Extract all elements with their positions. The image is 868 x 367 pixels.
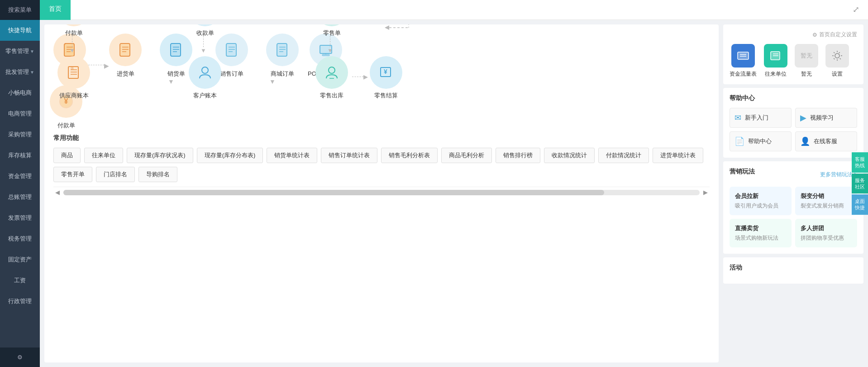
gear-icon: ⚙ [17,354,23,361]
svg-text:¥: ¥ [384,68,387,75]
cf-button[interactable]: 门店排名 [96,167,135,182]
customize-link[interactable]: ⚙ 首页自定义设置 [812,31,857,39]
pnode-supplier-account[interactable]: 供 供应商账本 [53,56,94,100]
topbar-right: ⤢ [853,5,868,15]
help-item-3[interactable]: 👤在线客服 [795,131,857,151]
cf-button[interactable]: 销售订单统计表 [321,148,377,163]
sidebar-item-wholesale[interactable]: 批发管理 ▼ [0,62,40,82]
activities-title: 活动 [730,264,857,272]
cf-button[interactable]: 付款情况统计 [598,148,649,163]
shortcut-item-1[interactable]: 往来单位 [764,44,787,78]
marketing-item-2[interactable]: 直播卖货场景式购物新玩法 [730,219,792,247]
svg-rect-77 [738,52,749,59]
tab-home[interactable]: 首页 [40,0,71,20]
help-icon-0: ✉ [734,113,741,123]
cf-button[interactable]: 收款情况统计 [544,148,595,163]
sidebar-item-salary[interactable]: 工资 [0,270,40,291]
scrollbar: ◀ ▶ [53,187,710,198]
cf-button[interactable]: 商品毛利分析 [441,148,492,163]
help-label-0: 新手入门 [745,114,768,122]
scroll-left-arrow[interactable]: ◀ [53,189,62,196]
sidebar-settings[interactable]: ⚙ [0,348,40,367]
shortcut-item-3[interactable]: 设置 [825,44,849,78]
shortcut-icon-2: 暂无 [795,44,818,68]
shortcuts-header: ⚙ 首页自定义设置 [730,31,857,39]
scroll-right-arrow[interactable]: ▶ [701,189,710,196]
marketing-item-3[interactable]: 多人拼团拼团购物享受优惠 [795,219,857,247]
cf-button[interactable]: 进货单统计表 [653,148,703,163]
marketing-item-title-3: 多人拼团 [801,224,852,232]
float-buttons: 客服热线 服务社区 桌面快捷 [852,152,868,215]
activities-section: 活动 [723,257,863,284]
sidebar-item-ecommerce[interactable]: 电商管理 [0,103,40,124]
sidebar-item-retail[interactable]: 零售管理 ▼ [0,41,40,62]
sidebar-item-invoice[interactable]: 发票管理 [0,208,40,228]
shortcut-icon-3 [825,44,849,68]
marketing-item-desc-3: 拼团购物享受优惠 [801,234,852,242]
marketing-section: 营销玩法 更多营销玩法 > 会员拉新吸引用户成为会员裂变分销裂变式发展分销商直播… [723,161,863,254]
topbar: 首页 ⤢ [40,0,868,20]
pnode-retail-settlement[interactable]: ¥ 零售结算 [366,56,406,100]
expand-icon[interactable]: ⤢ [853,5,863,15]
cf-button[interactable]: 销货单统计表 [267,148,317,163]
sidebar-item-quicknav[interactable]: 快捷导航 [0,20,40,41]
shortcut-label-1: 往来单位 [765,70,787,78]
cf-button[interactable]: 现存量(库存状况表) [127,148,193,163]
marketing-item-title-2: 直播卖货 [735,224,786,232]
float-btn-desktop[interactable]: 桌面快捷 [852,194,868,215]
marketing-title: 营销玩法 [730,168,755,176]
shortcuts-section: ⚙ 首页自定义设置 资金流量表往来单位暂无暂无设置 [723,24,863,84]
help-item-0[interactable]: ✉新手入门 [730,108,792,128]
sidebar-item-assets[interactable]: 固定资产 [0,249,40,270]
pnode-customer-account[interactable]: 客户账本 [185,56,225,100]
pnode-retail-outbound[interactable]: 零售出库 [311,56,352,100]
help-icon-3: 👤 [800,136,810,146]
right-panel: ⚙ 首页自定义设置 资金流量表往来单位暂无暂无设置 帮助中心 ✉新手入门▶视频学… [723,20,868,367]
sidebar-item-purchase[interactable]: 采购管理 [0,124,40,145]
marketing-item-0[interactable]: 会员拉新吸引用户成为会员 [730,187,792,215]
shortcuts-grid: 资金流量表往来单位暂无暂无设置 [730,44,857,78]
sidebar-item-ecommerce-small[interactable]: 小畅电商 [0,82,40,103]
float-btn-customer-service[interactable]: 客服热线 [852,152,868,173]
sidebar-item-admin[interactable]: 行政管理 [0,291,40,312]
cf-button[interactable]: 导购排名 [138,167,177,182]
marketing-grid: 会员拉新吸引用户成为会员裂变分销裂变式发展分销商直播卖货场景式购物新玩法多人拼团… [730,187,857,247]
cf-title: 常用功能 [53,134,710,142]
search-label: 搜索菜单 [8,6,32,14]
cf-button[interactable]: 销售排行榜 [496,148,540,163]
shortcut-item-0[interactable]: 资金流量表 [730,44,757,78]
help-item-2[interactable]: 📄帮助中心 [730,131,792,151]
sidebar-item-tax[interactable]: 税务管理 [0,228,40,249]
cf-button[interactable]: 现存量(库存分布表) [197,148,263,163]
marketing-item-title-1: 裂变分销 [801,192,852,200]
help-icon-2: 📄 [734,136,744,146]
cf-button[interactable]: 往来单位 [84,148,123,163]
shortcut-icon-1 [764,44,787,68]
shortcut-label-2: 暂无 [801,70,812,78]
help-grid: ✉新手入门▶视频学习📄帮助中心👤在线客服 [730,108,857,151]
cf-button[interactable]: 零售开单 [53,167,92,182]
shortcut-item-2[interactable]: 暂无暂无 [795,44,818,78]
shortcut-label-0: 资金流量表 [730,70,757,78]
common-functions: 常用功能 商品往来单位现存量(库存状况表)现存量(库存分布表)销货单统计表销售订… [53,134,710,182]
marketing-item-desc-2: 场景式购物新玩法 [735,234,786,242]
shortcut-label-3: 设置 [832,70,843,78]
help-title: 帮助中心 [730,94,857,102]
sidebar-search[interactable]: 搜索菜单 [0,0,40,20]
shortcut-icon-0 [731,44,755,68]
help-item-1[interactable]: ▶视频学习 [795,108,857,128]
svg-marker-66 [385,25,389,30]
left-panel: 进货订单 ▶ 进货单 [44,24,719,362]
cf-button[interactable]: 商品 [53,148,81,163]
main-content: 进货订单 ▶ 进货单 [40,20,868,367]
cf-button[interactable]: 销售毛利分析表 [381,148,438,163]
svg-point-72 [202,67,208,73]
sidebar-item-inventory[interactable]: 库存核算 [0,145,40,166]
scroll-track[interactable] [63,190,700,195]
sidebar-item-finance[interactable]: 资金管理 [0,166,40,187]
marketing-item-1[interactable]: 裂变分销裂变式发展分销商 [795,187,857,215]
sidebar-item-ledger[interactable]: 总账管理 [0,187,40,208]
help-section: 帮助中心 ✉新手入门▶视频学习📄帮助中心👤在线客服 [723,88,863,158]
marketing-header: 营销玩法 更多营销玩法 > [730,168,857,181]
float-btn-community[interactable]: 服务社区 [852,174,868,194]
